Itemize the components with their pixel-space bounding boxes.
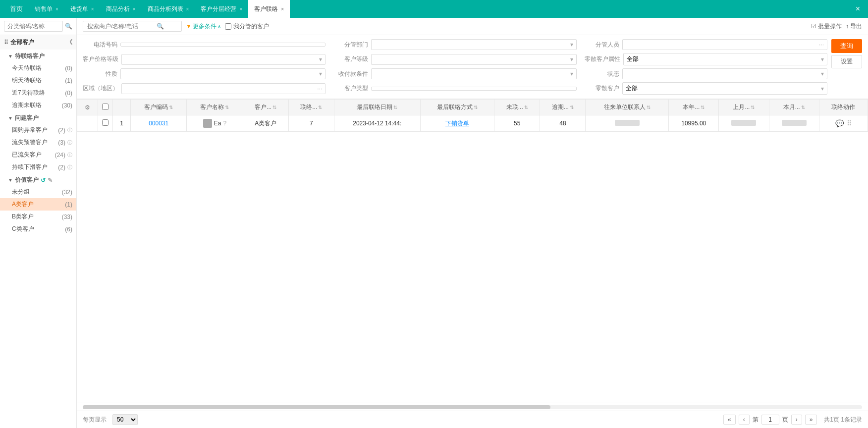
close-analysis-list-tab[interactable]: × [186,6,189,12]
collapse-icon[interactable]: 《 [66,38,72,47]
dept-select[interactable]: ▾ [371,39,576,50]
group-value-customers[interactable]: ▼ 价值客户 ↺ ✎ [0,173,76,186]
customer-grade-select[interactable]: ▾ [371,54,576,65]
sidebar-item-class-c[interactable]: C类客户 (6) [0,223,76,235]
more-conditions-btn[interactable]: ▼ 更多条件 ∧ [186,22,221,31]
nav-tab-sales[interactable]: 销售单 × [29,0,64,18]
prev-page-btn[interactable]: ‹ [739,415,750,425]
last-page-btn[interactable]: » [805,415,817,425]
col-unit-contact[interactable]: 往来单位联系人 ⇅ [586,100,669,115]
close-analysis-tab[interactable]: × [133,6,136,12]
payment-select[interactable]: ▾ [371,68,576,79]
row-checkbox[interactable] [102,119,108,126]
close-customer-contact-tab[interactable]: × [281,6,284,12]
col-contact[interactable]: 联络... ⇅ [288,100,334,115]
sidebar-item-today[interactable]: 今天待联络 (0) [0,62,76,74]
nature-select[interactable]: ▾ [120,68,326,79]
group-pending-contact[interactable]: ▼ 待联络客户 [0,50,76,62]
horizontal-scrollbar[interactable] [77,403,868,411]
scatter-select[interactable]: 全部▾ [622,82,827,95]
scatter-attr-select[interactable]: 全部▾ [623,53,827,65]
sidebar-search-input[interactable] [4,21,63,32]
export-btn[interactable]: ↑ 导出 [846,22,862,31]
col-no-contact-sort[interactable]: 未联... ⇅ [498,103,536,111]
batch-ops-btn[interactable]: ☑ 批量操作 [811,22,842,31]
page-size-select[interactable]: 50 100 200 [112,414,138,425]
col-this-month[interactable]: 本月... ⇅ [769,100,819,115]
sidebar-item-lostwarning[interactable]: 流失预警客户 (3) ⓘ [0,136,76,149]
col-contact-sort[interactable]: 联络... ⇅ [293,103,330,111]
col-code-sort[interactable]: 客户编码 ⇅ [135,103,182,111]
nav-tab-analysis[interactable]: 商品分析 × [100,0,142,18]
sidebar-search-icon[interactable]: 🔍 [65,23,72,30]
col-last-method[interactable]: 最后联络方式 ⇅ [420,100,494,115]
pagination: « ‹ 第 页 › » 共1页 1条记录 [723,415,862,425]
sidebar: 🔍 ⠿ 全部客户 《 ▼ 待联络客户 今天待联络 (0) 明天待联络 (1) 近… [0,18,77,428]
region-select[interactable]: ··· [121,83,326,94]
gear-icon[interactable]: ⚙ [85,104,90,111]
col-gear[interactable]: ⚙ [77,100,98,115]
chat-icon[interactable]: 💬 [835,119,844,127]
first-page-btn[interactable]: « [723,415,736,425]
col-last-month-sort[interactable]: 上月... ⇅ [723,103,764,111]
sidebar-item-class-a[interactable]: A类客户 (1) [0,198,76,211]
my-customers-checkbox[interactable] [225,23,231,30]
col-this-year-sort[interactable]: 本年... ⇅ [673,103,714,111]
col-last-date[interactable]: 最后联络日期 ⇅ [334,100,420,115]
query-button[interactable]: 查询 [831,39,862,53]
refresh-icon[interactable]: ↺ [41,177,46,184]
nav-tab-purchase[interactable]: 进货单 × [64,0,100,18]
page-number-input[interactable] [761,415,779,425]
sidebar-item-declining[interactable]: 持续下滑客户 (2) ⓘ [0,161,76,173]
status-select[interactable]: ▾ [622,68,827,79]
my-customers-toggle[interactable]: 我分管的客户 [225,22,269,31]
nav-tab-analysis-list[interactable]: 商品分析列表 × [142,0,195,18]
manager-select[interactable]: ··· [622,39,827,50]
col-last-method-sort[interactable]: 最后联络方式 ⇅ [425,103,490,111]
col-no-contact[interactable]: 未联... ⇅ [494,100,540,115]
nav-home[interactable]: 首页 [4,4,29,13]
col-code[interactable]: 客户编码 ⇅ [131,100,187,115]
sidebar-item-tomorrow[interactable]: 明天待联络 (1) [0,74,76,87]
col-overdue-sort[interactable]: 逾期... ⇅ [544,103,581,111]
last-method-link[interactable]: 下销货单 [445,120,469,127]
sidebar-item-class-b[interactable]: B类客户 (33) [0,211,76,223]
col-type-sort[interactable]: 客户... ⇅ [247,103,284,111]
filter-search-input[interactable] [87,23,157,30]
close-all-tabs[interactable]: × [852,4,864,13]
col-last-date-sort[interactable]: 最后联络日期 ⇅ [338,103,416,111]
group-problem-customers[interactable]: ▼ 问题客户 [0,111,76,124]
nav-tab-customer-tier[interactable]: 客户分层经营 × [195,0,248,18]
close-sales-tab[interactable]: × [55,6,58,12]
edit-group-icon[interactable]: ✎ [48,177,53,184]
phone-input[interactable] [120,43,326,47]
close-customer-tier-tab[interactable]: × [239,6,242,12]
qr-icon[interactable]: ⠿ [847,119,852,127]
sidebar-item-overdue[interactable]: 逾期未联络 (30) [0,99,76,111]
sidebar-item-ungroup[interactable]: 未分组 (32) [0,186,76,198]
col-unit-contact-sort[interactable]: 往来单位联系人 ⇅ [590,103,664,111]
scrollbar-thumb[interactable] [83,405,550,409]
cell-name[interactable]: Ea ? [187,115,243,132]
col-last-month[interactable]: 上月... ⇅ [719,100,769,115]
sidebar-item-lost[interactable]: 已流失客户 (24) ⓘ [0,149,76,161]
col-name[interactable]: 客户名称 ⇅ [187,100,243,115]
close-purchase-tab[interactable]: × [91,6,94,12]
select-all-checkbox[interactable] [102,104,108,110]
sidebar-item-7days[interactable]: 近7天待联络 (0) [0,87,76,99]
col-type[interactable]: 客户... ⇅ [243,100,288,115]
col-name-sort[interactable]: 客户名称 ⇅ [191,103,238,111]
nav-tab-customer-contact[interactable]: 客户联络 × [248,0,290,18]
sidebar-item-repurchase[interactable]: 回购异常客户 (2) ⓘ [0,124,76,136]
customer-type-input[interactable] [371,87,576,91]
all-customers-header[interactable]: ⠿ 全部客户 《 [0,35,76,50]
price-grade-select[interactable]: ▾ [121,54,326,65]
col-this-month-sort[interactable]: 本月... ⇅ [773,103,815,111]
settings-button[interactable]: 设置 [831,55,862,68]
cell-last-method[interactable]: 下销货单 [420,115,494,132]
col-this-year[interactable]: 本年... ⇅ [669,100,719,115]
filter-search-icon[interactable]: 🔍 [157,23,164,30]
col-overdue[interactable]: 逾期... ⇅ [540,100,586,115]
next-page-btn[interactable]: › [791,415,802,425]
cell-code[interactable]: 000031 [131,115,187,132]
